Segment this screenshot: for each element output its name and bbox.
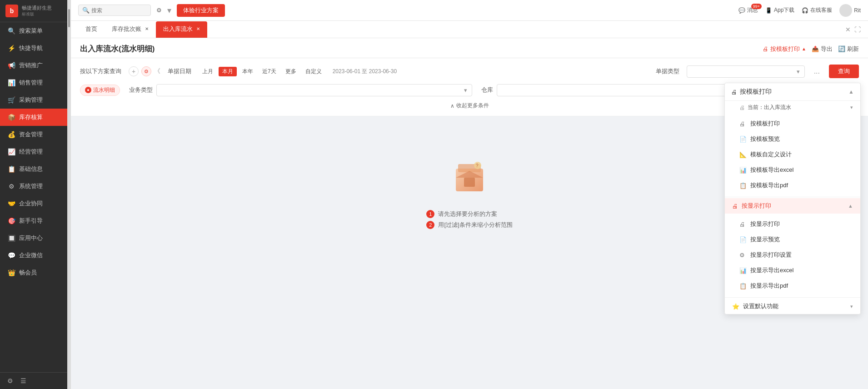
empty-steps-list: 1 请先选择要分析的方案 2 用[过滤]条件来缩小分析范围: [426, 207, 512, 232]
dropdown-arrow-icon[interactable]: ▾: [167, 5, 171, 15]
filter-label: 按以下方案查询: [80, 67, 121, 75]
sidebar-item-label: 畅会员: [19, 269, 37, 277]
sidebar-item-member[interactable]: 👑 畅会员: [0, 264, 67, 281]
sidebar-item-wechat[interactable]: 💬 企业微信: [0, 247, 67, 264]
template-print-label: 按模板打印: [750, 120, 780, 128]
wechat-icon: 💬: [7, 252, 15, 259]
sidebar-item-sales[interactable]: 📊 销售管理: [0, 74, 67, 91]
tab-home[interactable]: 首页: [78, 21, 105, 38]
tab-batch-close-icon[interactable]: ✕: [145, 26, 149, 31]
sidebar-item-guide[interactable]: 🎯 新手引导: [0, 212, 67, 229]
sidebar-item-label: 营销推广: [19, 61, 43, 70]
chip-icon: ●: [85, 87, 91, 93]
purchase-icon: 🛒: [7, 96, 15, 104]
template-export-pdf-label: 按模板导出pdf: [750, 181, 788, 190]
display-preview-item[interactable]: 📄 按显示预览: [725, 232, 860, 247]
filter-add-btn[interactable]: +: [129, 66, 139, 76]
refresh-btn[interactable]: 🔄 刷新: [838, 45, 859, 53]
display-print-settings-item[interactable]: ⚙ 按显示打印设置: [725, 247, 860, 263]
topbar: 🔍 ⚙ ▾ 体验行业方案 💬 消息 99+ 📱 App下载 🎧 在线客服 Rit: [71, 0, 868, 21]
sidebar-item-inventory[interactable]: 📦 库存核算: [0, 109, 67, 126]
expand-window-icon[interactable]: ⛶: [854, 26, 861, 33]
template-export-pdf-item[interactable]: 📋 按模板导出pdf: [725, 178, 860, 193]
member-icon: 👑: [7, 269, 15, 276]
set-default-label: 设置默认功能: [743, 302, 778, 310]
dropdown-collapse-icon[interactable]: ▲: [848, 89, 854, 95]
user-avatar-btn[interactable]: Rit: [839, 4, 861, 17]
collab-icon: 🤝: [7, 200, 15, 207]
close-window-icon[interactable]: ✕: [845, 26, 851, 33]
menu-toggle-icon[interactable]: ☰: [20, 377, 26, 384]
sidebar-item-collab[interactable]: 🤝 企业协同: [0, 195, 67, 212]
sidebar-item-finance[interactable]: 💰 资金管理: [0, 126, 67, 143]
sidebar-item-search[interactable]: 🔍 搜索菜单: [0, 22, 67, 40]
display-print-header[interactable]: 🖨 按显示打印 ▲: [725, 198, 860, 214]
chip-label: 流水明细: [93, 86, 115, 94]
step-2-text: 用[过滤]条件来缩小分析范围: [438, 221, 512, 229]
online-service-btn[interactable]: 🎧 在线客服: [802, 6, 832, 14]
settings-gear-icon[interactable]: ⚙: [156, 7, 162, 14]
sidebar-item-basic[interactable]: 📋 基础信息: [0, 160, 67, 178]
display-export-excel-item[interactable]: 📊 按显示导出excel: [725, 263, 860, 278]
tab-flow-close-icon[interactable]: ✕: [196, 26, 200, 31]
template-preview-item[interactable]: 📄 按模板预览: [725, 131, 860, 147]
template-customize-item[interactable]: 📐 模板自定义设计: [725, 147, 860, 162]
scroll-thumb[interactable]: [68, 9, 70, 27]
trial-button[interactable]: 体验行业方案: [177, 4, 225, 17]
sidebar-item-operation[interactable]: 📈 经营管理: [0, 143, 67, 160]
display-print-item[interactable]: 🖨 按显示打印: [725, 216, 860, 232]
display-print-title: 🖨 按显示打印: [732, 202, 771, 210]
template-customize-label: 模板自定义设计: [750, 150, 792, 159]
search-icon: 🔍: [82, 7, 90, 14]
search-input[interactable]: [91, 7, 137, 14]
date-option-last-month[interactable]: 上月: [199, 67, 217, 76]
sidebar-item-shortcut[interactable]: ⚡ 快捷导航: [0, 40, 67, 57]
preview-icon: 📄: [739, 136, 747, 143]
customize-icon: 📐: [739, 151, 747, 158]
type-select[interactable]: ▾: [687, 65, 805, 78]
template-print-item[interactable]: 🖨 按模板打印: [725, 116, 860, 131]
date-option-this-month[interactable]: 本月: [219, 67, 237, 76]
display-export-pdf-item[interactable]: 📋 按显示导出pdf: [725, 278, 860, 294]
biz-type-select[interactable]: ▾: [156, 84, 472, 96]
template-export-excel-item[interactable]: 📊 按模板导出excel: [725, 162, 860, 178]
step-1-num: 1: [426, 210, 434, 218]
set-default-header[interactable]: ⭐ 设置默认功能 ▾: [725, 299, 860, 314]
scroll-indicator: [67, 0, 71, 389]
more-btn[interactable]: ...: [814, 67, 820, 75]
sidebar-item-label: 快捷导航: [19, 44, 43, 52]
tab-flow[interactable]: 出入库流水 ✕: [156, 21, 207, 38]
query-button[interactable]: 查询: [829, 65, 859, 78]
empty-illustration: ?: [447, 153, 492, 198]
main-area: 🔍 ⚙ ▾ 体验行业方案 💬 消息 99+ 📱 App下载 🎧 在线客服 Rit: [71, 0, 868, 389]
sidebar-item-purchase[interactable]: 🛒 采购管理: [0, 91, 67, 109]
sidebar-item-system[interactable]: ⚙ 系统管理: [0, 178, 67, 195]
export-label: 导出: [821, 45, 833, 53]
filter-settings-btn[interactable]: ⚙: [141, 66, 151, 76]
sidebar-item-label: 企业微信: [19, 251, 43, 259]
inventory-icon: 📦: [7, 114, 15, 121]
date-option-this-year[interactable]: 本年: [239, 67, 257, 76]
current-label: 🖨 当前：出入库流水 ▾: [725, 101, 860, 113]
display-print-section: 🖨 按显示打印 📄 按显示预览 ⚙ 按显示打印设置 📊 按显示导出excel 📋: [725, 214, 860, 296]
print-template-btn[interactable]: 🖨 按模板打印 ▲: [763, 45, 806, 53]
settings-bottom-icon[interactable]: ⚙: [7, 377, 13, 384]
set-default-arrow-icon: ▾: [850, 304, 853, 309]
topbar-search-box[interactable]: 🔍: [78, 5, 151, 16]
date-option-7days[interactable]: 近7天: [259, 67, 280, 76]
export-btn[interactable]: 📤 导出: [812, 45, 833, 53]
display-export-pdf-label: 按显示导出pdf: [750, 282, 788, 290]
sidebar-item-label: 基础信息: [19, 165, 43, 173]
date-option-custom[interactable]: 自定义: [302, 67, 325, 76]
current-icon: 🖨: [739, 105, 745, 111]
sidebar-item-marketing[interactable]: 📢 营销推广: [0, 57, 67, 74]
message-btn[interactable]: 💬 消息 99+: [738, 6, 758, 14]
sidebar-item-app[interactable]: 🔲 应用中心: [0, 229, 67, 247]
display-print-icon: 🖨: [739, 221, 747, 228]
app-download-btn[interactable]: 📱 App下载: [765, 6, 794, 14]
date-option-more[interactable]: 更多: [282, 67, 300, 76]
topbar-right: 💬 消息 99+ 📱 App下载 🎧 在线客服 Rit: [738, 4, 861, 17]
filter-collapse-icon[interactable]: 《: [154, 67, 160, 75]
marketing-icon: 📢: [7, 62, 15, 69]
tab-batch[interactable]: 库存批次账 ✕: [105, 21, 156, 38]
